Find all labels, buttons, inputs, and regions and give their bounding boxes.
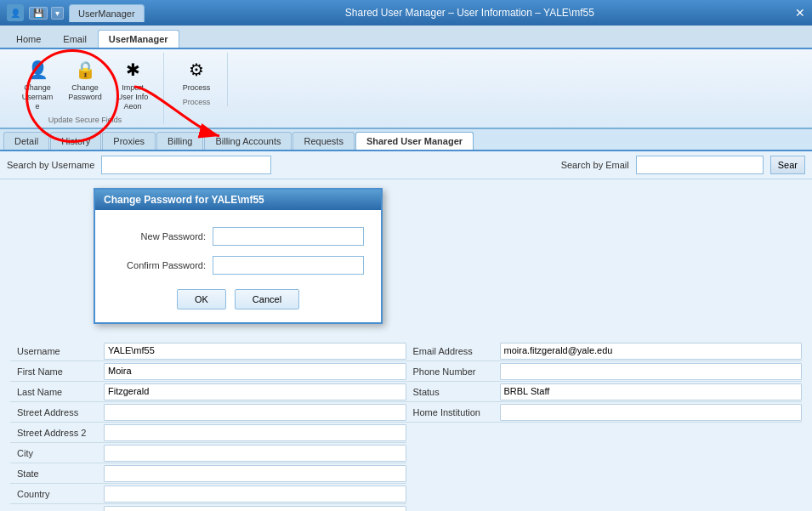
ribbon-group-process: ⚙ Process Process — [166, 53, 228, 106]
import-user-button[interactable]: ✱ Import User Info Aeon — [111, 53, 155, 114]
change-username-label: Change Username — [20, 83, 54, 111]
change-password-button[interactable]: 🔒 Change Password — [63, 53, 107, 105]
email-value: moira.fitzgerald@yale.edu — [500, 343, 803, 360]
ribbon-group-label-secure: Update Secure Fields — [48, 116, 122, 124]
info-row-country: Country — [10, 484, 406, 504]
username-value: YALE\mf55 — [104, 343, 406, 360]
ribbon-content: 👤 Change Username 🔒 Change Password ✱ Im… — [0, 49, 812, 129]
info-row-state: State — [10, 463, 406, 484]
city-label: City — [10, 446, 104, 461]
ok-button[interactable]: OK — [177, 289, 226, 309]
username-search-input[interactable] — [101, 156, 271, 174]
cancel-button[interactable]: Cancel — [235, 289, 299, 309]
street1-label: Street Address — [10, 405, 104, 420]
firstname-value: Moira — [104, 363, 406, 380]
institution-value — [500, 404, 803, 421]
street2-value — [104, 424, 406, 441]
search-button[interactable]: Sear — [770, 156, 805, 174]
info-row-status: Status BRBL Staff — [406, 382, 803, 402]
tab-proxies[interactable]: Proxies — [102, 132, 156, 150]
tab-history[interactable]: History — [50, 132, 101, 150]
country-label: Country — [10, 486, 104, 502]
new-password-input[interactable] — [213, 227, 364, 246]
info-grid: Username YALE\mf55 First Name Moira Last… — [10, 341, 802, 511]
info-right-column: Email Address moira.fitzgerald@yale.edu … — [406, 341, 803, 511]
new-password-field: New Password: — [112, 227, 364, 246]
info-row-street2: Street Address 2 — [10, 423, 406, 443]
tab-billing-accounts[interactable]: Billing Accounts — [204, 132, 292, 150]
city-value — [104, 445, 406, 462]
email-label: Email Address — [406, 344, 500, 359]
info-row-city: City — [10, 443, 406, 463]
change-password-icon: 🔒 — [71, 56, 99, 83]
info-row-username: Username YALE\mf55 — [10, 341, 406, 361]
firstname-label: First Name — [10, 364, 104, 379]
state-label: State — [10, 466, 104, 481]
ribbon-tab-home[interactable]: Home — [5, 30, 52, 48]
content-tabs: Detail History Proxies Billing Billing A… — [0, 129, 812, 151]
title-bar: 👤 💾 ▾ UserManager Shared User Manager – … — [0, 0, 812, 26]
info-row-phone: Phone Number — [406, 361, 803, 382]
info-row-street1: Street Address — [10, 402, 406, 423]
lastname-label: Last Name — [10, 384, 104, 400]
import-user-label: Import User Info Aeon — [116, 83, 150, 111]
lastname-value: Fitzgerald — [104, 383, 406, 400]
street1-value — [104, 404, 406, 421]
ribbon-tabs: Home Email UserManager — [0, 26, 812, 49]
change-password-label: Change Password — [68, 83, 102, 102]
ribbon-group-buttons: 👤 Change Username 🔒 Change Password ✱ Im… — [15, 53, 155, 114]
street2-label: Street Address 2 — [10, 425, 104, 440]
country-value — [104, 485, 406, 502]
main-area: Change Password for YALE\mf55 New Passwo… — [0, 179, 812, 511]
zip-value — [104, 506, 406, 511]
import-user-icon: ✱ — [119, 56, 146, 83]
ribbon-tab-email[interactable]: Email — [52, 30, 98, 48]
email-search-input[interactable] — [636, 156, 764, 174]
tab-billing[interactable]: Billing — [156, 132, 203, 150]
search-bar: Search by Username Search by Email Sear — [0, 151, 812, 179]
info-left-column: Username YALE\mf55 First Name Moira Last… — [10, 341, 406, 511]
quick-access-toolbar: 💾 ▾ — [29, 7, 64, 20]
change-password-dialog: Change Password for YALE\mf55 New Passwo… — [94, 188, 383, 324]
user-info-section: Username YALE\mf55 First Name Moira Last… — [9, 341, 803, 511]
process-icon: ⚙ — [183, 56, 210, 83]
info-row-institution: Home Institution — [406, 402, 803, 423]
change-username-icon: 👤 — [24, 56, 51, 83]
phone-label: Phone Number — [406, 364, 500, 379]
save-qa-btn[interactable]: 💾 — [29, 7, 48, 20]
username-search-label: Search by Username — [7, 160, 94, 170]
ribbon-tab-title[interactable]: UserManager — [69, 4, 145, 22]
phone-value — [500, 363, 803, 380]
tab-requests[interactable]: Requests — [292, 132, 354, 150]
info-row-lastname: Last Name Fitzgerald — [10, 382, 406, 402]
dialog-content: New Password: Confirm Password: OK Cance… — [95, 210, 381, 322]
process-label: Process — [183, 83, 211, 93]
info-row-firstname: First Name Moira — [10, 361, 406, 382]
process-button[interactable]: ⚙ Process — [174, 53, 219, 96]
dialog-title: Change Password for YALE\mf55 — [95, 190, 381, 210]
info-row-zip: Zip — [10, 504, 406, 511]
tab-detail[interactable]: Detail — [3, 132, 49, 150]
status-label: Status — [406, 384, 500, 400]
zip-label: Zip — [10, 507, 104, 511]
institution-label: Home Institution — [406, 405, 500, 420]
app-icon: 👤 — [7, 4, 24, 21]
state-value — [104, 465, 406, 482]
confirm-password-label: Confirm Password: — [112, 260, 206, 270]
new-password-label: New Password: — [112, 231, 206, 241]
window-title: Shared User Manager – User Information –… — [145, 7, 795, 19]
confirm-password-field: Confirm Password: — [112, 256, 364, 275]
ribbon-tab-usermanager[interactable]: UserManager — [98, 30, 179, 48]
status-value: BRBL Staff — [500, 383, 803, 400]
confirm-password-input[interactable] — [213, 256, 364, 275]
close-button[interactable]: ✕ — [795, 6, 805, 20]
change-username-button[interactable]: 👤 Change Username — [15, 53, 60, 114]
dialog-buttons: OK Cancel — [112, 285, 364, 309]
ribbon-group-label-process: Process — [183, 98, 211, 106]
username-label: Username — [10, 344, 104, 359]
email-search-label: Search by Email — [561, 160, 629, 170]
dropdown-qa-btn[interactable]: ▾ — [51, 7, 64, 20]
tab-shared-user-manager[interactable]: Shared User Manager — [355, 132, 474, 150]
info-row-email: Email Address moira.fitzgerald@yale.edu — [406, 341, 803, 361]
ribbon-group-secure-fields: 👤 Change Username 🔒 Change Password ✱ Im… — [7, 53, 164, 124]
